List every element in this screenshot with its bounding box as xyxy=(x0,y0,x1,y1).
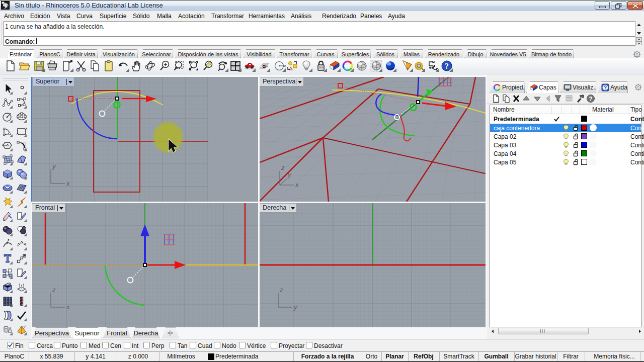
svg-text:?: ? xyxy=(604,85,607,90)
svg-text:z: z xyxy=(281,164,285,171)
svg-text:?: ? xyxy=(445,62,449,70)
svg-text:z: z xyxy=(52,286,56,294)
svg-text:x: x xyxy=(66,179,70,187)
svg-text:x: x xyxy=(295,181,299,189)
svg-text:z: z xyxy=(279,286,283,294)
svg-text:?: ? xyxy=(589,96,592,103)
svg-text:x: x xyxy=(66,303,70,311)
